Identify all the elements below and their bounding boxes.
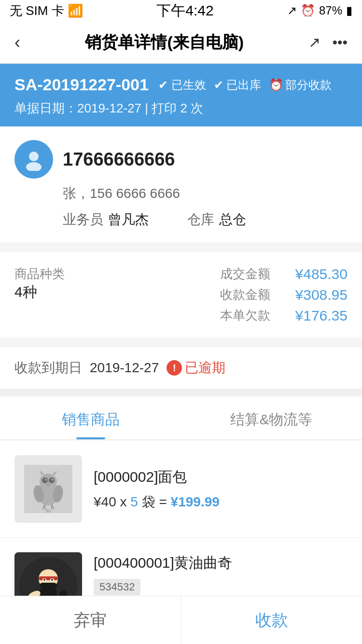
- amount-row-1: 成交金额 ¥485.30: [220, 266, 348, 282]
- salesperson-value: 曾凡杰: [108, 210, 149, 229]
- due-section: 收款到期日 2019-12-27 ! 已逾期: [0, 347, 362, 389]
- product-qty-1: 5: [130, 494, 138, 509]
- product-count-label: 商品种类: [14, 266, 181, 282]
- tab-settlement[interactable]: 结算&物流等: [181, 396, 362, 439]
- amount-label-1: 成交金额: [220, 266, 270, 282]
- product-count: 商品种类 4种: [14, 266, 181, 302]
- product-name-2: [000400001]黄油曲奇: [94, 553, 348, 573]
- customer-top: 17666666666: [14, 140, 348, 179]
- battery-icon: ▮: [346, 4, 352, 17]
- amounts-right: 成交金额 ¥485.30 收款金额 ¥308.95 本单欠款 ¥176.35: [181, 266, 348, 324]
- status-badges: ✔ 已生效 ✔ 已出库 ⏰ 部分收款: [158, 77, 332, 93]
- customer-name: 张，156 6666 6666: [14, 184, 348, 203]
- svg-rect-29: [40, 583, 57, 588]
- warehouse-value: 总仓: [219, 210, 246, 229]
- overdue-badge: ! 已逾期: [167, 359, 225, 377]
- order-id: SA-20191227-001: [14, 75, 149, 94]
- product-total-1: ¥199.99: [171, 494, 220, 509]
- back-button[interactable]: ‹: [14, 32, 20, 53]
- tabs-section: 销售商品 结算&物流等: [0, 396, 362, 440]
- customer-phone: 17666666666: [63, 149, 175, 170]
- badge-shipped: ✔ 已出库: [214, 77, 262, 93]
- svg-point-10: [52, 479, 53, 481]
- bottom-bar: 弃审 收款: [0, 596, 362, 644]
- order-header: SA-20191227-001 ✔ 已生效 ✔ 已出库 ⏰ 部分收款 单据日期：…: [0, 64, 362, 126]
- clock-icon: ⏰: [269, 78, 283, 92]
- alarm-icon: ⏰: [301, 4, 315, 17]
- product-image-1: 鸮+: [14, 455, 82, 523]
- amount-label-3: 本单欠款: [220, 307, 270, 324]
- due-label: 收款到期日: [14, 359, 82, 377]
- battery-text: 87%: [319, 4, 342, 17]
- tab-sales[interactable]: 销售商品: [0, 396, 181, 439]
- badge-active: ✔ 已生效: [158, 77, 206, 93]
- svg-point-28: [51, 579, 53, 581]
- amount-row-2: 收款金额 ¥308.95: [220, 286, 348, 303]
- amount-value-3: ¥176.35: [280, 308, 348, 324]
- customer-details: 业务员 曾凡杰 仓库 总仓: [14, 210, 348, 229]
- product-tag-2: 534532: [94, 579, 140, 595]
- salesperson-item: 业务员 曾凡杰: [63, 210, 149, 229]
- share-icon[interactable]: ↗︎: [308, 34, 320, 51]
- amount-row-3: 本单欠款 ¥176.35: [220, 307, 348, 324]
- nav-actions: ↗︎ •••: [308, 34, 348, 51]
- collect-button[interactable]: 收款: [181, 596, 362, 644]
- product-price-1: ¥40 x 5 袋 = ¥199.99: [94, 493, 348, 511]
- svg-rect-24: [39, 576, 58, 580]
- status-left: 无 SIM 卡 📶: [10, 2, 83, 19]
- page-title: 销货单详情(来自电脑): [85, 31, 244, 54]
- customer-section: 17666666666 张，156 6666 6666 业务员 曾凡杰 仓库 总…: [0, 126, 362, 242]
- nav-bar: ‹ 销货单详情(来自电脑) ↗︎ •••: [0, 21, 362, 64]
- badge-partial: ⏰ 部分收款: [269, 77, 332, 93]
- status-bar: 无 SIM 卡 📶 下午4:42 ↗ ⏰ 87% ▮: [0, 0, 362, 21]
- amount-value-1: ¥485.30: [280, 266, 348, 282]
- amount-value-2: ¥308.95: [280, 287, 348, 303]
- overdue-text: 已逾期: [185, 359, 225, 377]
- product-count-value: 4种: [14, 282, 181, 302]
- status-right: ↗ ⏰ 87% ▮: [287, 4, 352, 17]
- section-divider: [0, 389, 362, 396]
- svg-point-27: [43, 579, 45, 581]
- location-icon: ↗: [287, 4, 297, 17]
- amount-label-2: 收款金额: [220, 286, 270, 303]
- more-icon[interactable]: •••: [332, 34, 348, 51]
- status-time: 下午4:42: [156, 1, 213, 21]
- svg-point-1: [26, 162, 42, 171]
- product-name-1: [0000002]面包: [94, 467, 348, 487]
- amounts-section: 商品种类 4种 成交金额 ¥485.30 收款金额 ¥308.95 本单欠款 ¥…: [0, 252, 362, 337]
- svg-point-0: [29, 152, 39, 161]
- order-meta: 单据日期：2019-12-27 | 打印 2 次: [14, 100, 348, 117]
- svg-point-9: [45, 479, 46, 481]
- warehouse-item: 仓库 总仓: [187, 210, 246, 229]
- overdue-icon: !: [167, 360, 182, 376]
- due-date: 2019-12-27: [90, 360, 159, 376]
- order-header-top: SA-20191227-001 ✔ 已生效 ✔ 已出库 ⏰ 部分收款: [14, 75, 348, 94]
- product-item-1: 鸮+ [0000002]面包 ¥40 x 5 袋 = ¥199.99: [0, 441, 362, 538]
- svg-text:鸮+: 鸮+: [45, 509, 52, 513]
- customer-avatar: [14, 140, 53, 179]
- discard-button[interactable]: 弃审: [0, 596, 181, 644]
- product-info-1: [0000002]面包 ¥40 x 5 袋 = ¥199.99: [94, 455, 348, 523]
